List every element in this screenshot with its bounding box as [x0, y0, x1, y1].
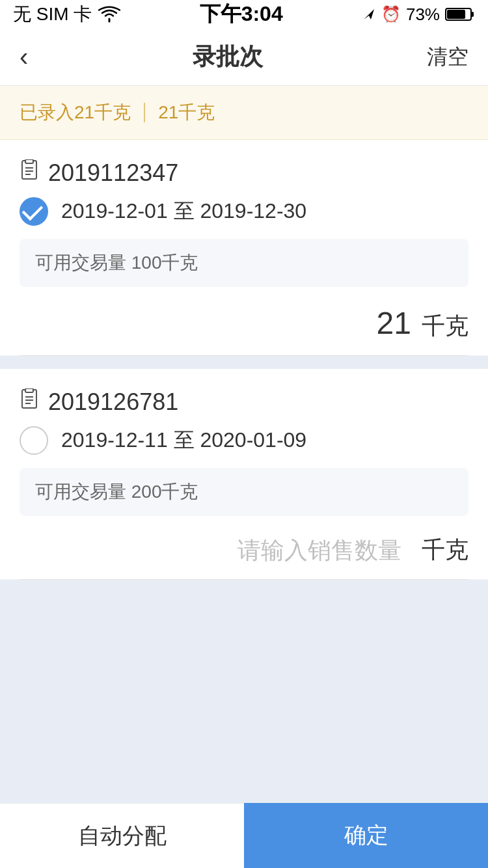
nav-title: 录批次	[193, 41, 263, 73]
batch1-date: 2019-12-01 至 2019-12-30	[61, 197, 306, 226]
qty-input[interactable]	[216, 537, 411, 564]
batch1-id: 2019112347	[48, 159, 178, 187]
batch2-input-unit: 千克	[422, 534, 468, 566]
svg-rect-4	[25, 159, 33, 163]
wifi-icon	[98, 6, 120, 23]
batch2-date: 2019-12-11 至 2020-01-09	[61, 426, 306, 455]
info-banner: 已录入21千克 21千克	[0, 86, 488, 140]
svg-rect-2	[447, 10, 465, 19]
carrier-text: 无 SIM 卡	[13, 2, 92, 27]
battery-icon	[445, 7, 475, 22]
batch1-available: 可用交易量 100千克	[20, 239, 468, 287]
batch1-header: 2019112347	[20, 159, 468, 187]
batch1-icon	[20, 159, 42, 187]
batch1-amount-row: 21 千克	[0, 287, 488, 355]
bottom-bar: 自动分配 确定	[0, 803, 488, 868]
batch-item-2: 2019126781 2019-12-11 至 2020-01-09 可用交易量…	[0, 369, 488, 516]
confirm-button[interactable]: 确定	[244, 803, 488, 868]
back-button[interactable]: ‹	[20, 42, 28, 72]
info-divider	[144, 103, 145, 122]
batch2-available: 可用交易量 200千克	[20, 468, 468, 516]
auto-distribute-button[interactable]: 自动分配	[0, 803, 244, 868]
batch1-date-row: 2019-12-01 至 2019-12-30	[20, 197, 468, 226]
recorded-label: 已录入21千克	[20, 100, 131, 125]
status-time: 下午3:04	[200, 0, 283, 29]
alarm-icon: ⏰	[381, 5, 401, 23]
batch-item-1: 2019112347 2019-12-01 至 2019-12-30 可用交易量…	[0, 140, 488, 287]
clear-button[interactable]: 清空	[427, 43, 468, 72]
batch1-radio[interactable]	[20, 197, 48, 226]
location-icon	[362, 7, 376, 21]
battery-percent: 73%	[406, 5, 440, 25]
svg-rect-1	[471, 12, 474, 17]
page-wrapper: 无 SIM 卡 下午3:04 ⏰ 73%	[0, 0, 488, 868]
status-left: 无 SIM 卡	[13, 2, 120, 27]
batch2-icon	[20, 388, 42, 416]
section-gap	[0, 356, 488, 369]
svg-rect-9	[25, 388, 33, 392]
batch1-amount-unit: 千克	[422, 310, 468, 342]
recorded-value: 21千克	[158, 100, 215, 125]
status-bar: 无 SIM 卡 下午3:04 ⏰ 73%	[0, 0, 488, 29]
nav-bar: ‹ 录批次 清空	[0, 29, 488, 86]
batch1-amount-value: 21	[377, 305, 411, 341]
batch2-radio[interactable]	[20, 426, 48, 455]
batch2-header: 2019126781	[20, 388, 468, 416]
batch2-input-row: 千克	[0, 516, 488, 579]
batch2-id: 2019126781	[48, 388, 178, 416]
batch2-date-row: 2019-12-11 至 2020-01-09	[20, 426, 468, 455]
status-right: ⏰ 73%	[362, 5, 475, 25]
